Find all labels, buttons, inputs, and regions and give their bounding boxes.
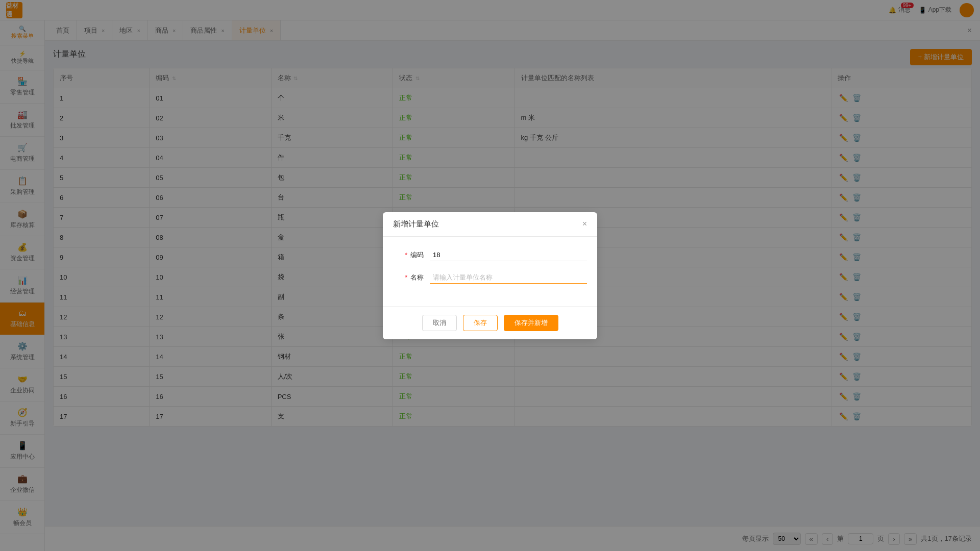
save-and-new-button[interactable]: 保存并新增 <box>504 315 558 331</box>
cancel-button[interactable]: 取消 <box>422 315 457 331</box>
code-form-row: * 编码 <box>393 249 587 261</box>
modal-header: 新增计量单位 × <box>383 212 597 237</box>
add-unit-modal: 新增计量单位 × * 编码 * 名称 取消 保存 保存并新增 <box>383 212 597 339</box>
modal-footer: 取消 保存 保存并新增 <box>383 306 597 339</box>
save-button[interactable]: 保存 <box>463 315 498 331</box>
code-input[interactable] <box>430 249 587 261</box>
name-required-mark: * <box>405 273 407 281</box>
modal-overlay: 新增计量单位 × * 编码 * 名称 取消 保存 保存并新增 <box>0 0 980 551</box>
name-input[interactable] <box>430 271 587 284</box>
modal-close-button[interactable]: × <box>582 219 587 229</box>
code-required-mark: * <box>405 251 407 259</box>
code-label: * 编码 <box>393 251 424 260</box>
modal-title: 新增计量单位 <box>393 219 439 229</box>
name-label: * 名称 <box>393 273 424 282</box>
name-form-row: * 名称 <box>393 271 587 284</box>
modal-body: * 编码 * 名称 <box>383 237 597 306</box>
